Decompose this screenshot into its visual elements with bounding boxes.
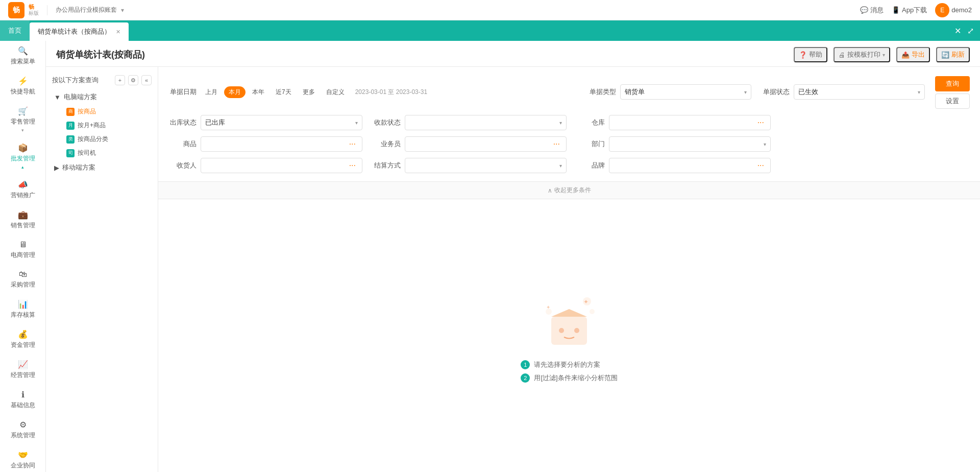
help-icon: ❓ [799,51,807,59]
filter-outbound: 出库状态 已出库 ▾ [168,115,362,130]
tab-maximize-icon[interactable]: ⤢ [965,24,976,38]
content-area: 销货单统计表(按商品) ❓ 帮助 🖨 按模板打印 ▾ 📤 导出 🔄 刷新 [46,41,980,472]
sidebar-item-enterprise[interactable]: 🤝 企业协同 [0,445,45,472]
pill-this-month[interactable]: 本月 [224,86,246,98]
add-scheme-btn[interactable]: + [115,75,125,85]
sidebar-item-ecommerce[interactable]: 🖥 电商管理 [0,235,45,265]
collapse-bar[interactable]: ∧ 收起更多条件 [158,182,980,199]
svg-text:✦: ✦ [583,298,589,305]
empty-tip-1: 1 请先选择要分析的方案 [521,360,617,369]
tab-home[interactable]: 首页 [0,20,30,41]
sidebar-item-finance[interactable]: 💰 资金管理 [0,324,45,355]
help-btn[interactable]: ❓ 帮助 [794,47,827,62]
app-subtitle: 标版 [29,10,39,16]
user-menu[interactable]: E demo2 [935,3,972,17]
sidebar-item-operations[interactable]: 📈 经营管理 [0,355,45,385]
chevron-down-icon: ▾ [21,128,24,133]
workspace-dropdown-icon[interactable]: ▾ [121,7,124,14]
print-icon: 🖨 [839,51,845,59]
staff-input[interactable]: ··· [405,136,567,152]
outbound-input[interactable]: 已出库 ▾ [201,115,362,130]
pill-custom[interactable]: 自定义 [322,86,349,98]
warehouse-label: 仓库 [577,118,605,127]
product-label: 商品 [168,139,197,149]
filter-row-4: 收货人 ··· 结算方式 ▾ [168,158,970,173]
warehouse-dots-icon[interactable]: ··· [755,118,766,127]
tree-child-by-month-product[interactable]: 月 按月+商品 [46,119,158,132]
brand-input[interactable]: ··· [609,158,771,173]
tab-report[interactable]: 销货单统计表（按商品） ✕ [30,22,129,41]
tree-desktop[interactable]: ▼ 电脑端方案 [46,89,158,105]
sidebar-item-purchase[interactable]: 🛍 采购管理 [0,265,45,294]
refresh-btn[interactable]: 🔄 刷新 [936,47,970,62]
refresh-icon: 🔄 [941,51,949,59]
filter-payment-method: 结算方式 ▾ [373,158,567,173]
type-input[interactable]: 销货单 ▾ [620,84,751,100]
sidebar-item-marketing[interactable]: 📣 营销推广 [0,175,45,205]
dept-label: 部门 [577,139,605,149]
tip-num-1: 1 [521,360,530,369]
payment-method-dropdown-icon: ▾ [559,163,562,169]
app-download-btn[interactable]: 📱 App下载 [892,6,927,15]
pill-7days[interactable]: 近7天 [271,86,296,98]
message-btn[interactable]: 💬 消息 [860,6,884,15]
inner-layout: 按以下方案查询 + ⚙ « ▼ 电脑端方案 商 按商品 [46,67,980,472]
outbound-dropdown-icon: ▾ [355,120,358,126]
pill-more[interactable]: 更多 [298,86,320,98]
sidebar-item-basic[interactable]: ℹ 基础信息 [0,385,45,415]
tab-close-window-icon[interactable]: ✕ [952,24,963,38]
sidebar-item-search[interactable]: 🔍 搜索菜单 [0,41,45,71]
receiver-label: 收货人 [168,161,197,170]
sidebar-item-wholesale[interactable]: 📦 批发管理 ▴ [0,138,45,175]
retail-icon: 🛒 [18,106,28,116]
product-dots-icon[interactable]: ··· [347,139,358,149]
pill-this-year[interactable]: 本年 [248,86,269,98]
sidebar-item-retail[interactable]: 🛒 零售管理 ▾ [0,101,45,138]
tree-mobile[interactable]: ▶ 移动端方案 [46,160,158,175]
type-label: 单据类型 [588,87,616,97]
tree-child-by-product-category[interactable]: 类 按商品分类 [46,132,158,146]
product-input[interactable]: ··· [201,136,362,152]
svg-rect-0 [551,317,587,345]
collapse-panel-btn[interactable]: « [141,75,152,85]
tip-num-2: 2 [521,373,530,383]
tree-child-by-product[interactable]: 商 按商品 [46,105,158,119]
staff-dots-icon[interactable]: ··· [551,139,562,149]
query-btn[interactable]: 查询 [935,76,970,91]
warehouse-input[interactable]: ··· [609,115,771,130]
system-icon: ⚙ [19,420,27,430]
pill-last-month[interactable]: 上月 [201,86,222,98]
receiver-dots-icon[interactable]: ··· [347,161,358,170]
empty-tip-2: 2 用[过滤]条件来缩小分析范围 [521,373,617,383]
operations-icon: 📈 [18,360,28,369]
filter-row-1: 单据日期 上月 本月 本年 近7天 更多 自定义 2023-03-01 至 20… [168,75,970,109]
date-range-value: 2023-03-01 至 2023-03-31 [355,88,427,97]
filter-payment-status: 收款状态 ▾ [373,115,567,130]
tab-close-icon[interactable]: ✕ [116,29,120,35]
settings-btn[interactable]: 设置 [935,93,970,109]
sidebar-item-quick-nav[interactable]: ⚡ 快捷导航 [0,71,45,101]
settings-scheme-btn[interactable]: ⚙ [128,75,138,85]
brand-dots-icon[interactable]: ··· [755,161,766,170]
payment-method-input[interactable]: ▾ [405,158,567,173]
export-icon: 📤 [901,51,910,59]
by-product-icon: 商 [66,108,75,116]
dept-input[interactable]: ▾ [609,136,771,152]
sidebar-item-system[interactable]: ⚙ 系统管理 [0,415,45,445]
query-btn-group: 查询 设置 [935,75,970,109]
topbar-right: 💬 消息 📱 App下载 E demo2 [860,3,972,17]
sidebar-item-sales[interactable]: 💼 销售管理 [0,205,45,235]
filter-dept: 部门 ▾ [577,136,771,152]
type-dropdown-icon: ▾ [744,89,747,95]
export-btn[interactable]: 📤 导出 [896,47,930,62]
receiver-input[interactable]: ··· [201,158,362,173]
avatar: E [935,3,949,17]
print-btn[interactable]: 🖨 按模板打印 ▾ [834,47,890,62]
svg-point-4 [590,309,595,314]
main-layout: 🔍 搜索菜单 ⚡ 快捷导航 🛒 零售管理 ▾ 📦 批发管理 ▴ 📣 营销推广 💼… [0,41,980,472]
payment-status-input[interactable]: ▾ [405,115,567,130]
empty-illustration: ✦ ✦ [538,289,600,350]
tree-child-by-sku[interactable]: 司 按司机 [46,146,158,160]
sidebar-item-inventory[interactable]: 📊 库存核算 [0,294,45,324]
status-input[interactable]: 已生效 ▾ [794,84,925,100]
